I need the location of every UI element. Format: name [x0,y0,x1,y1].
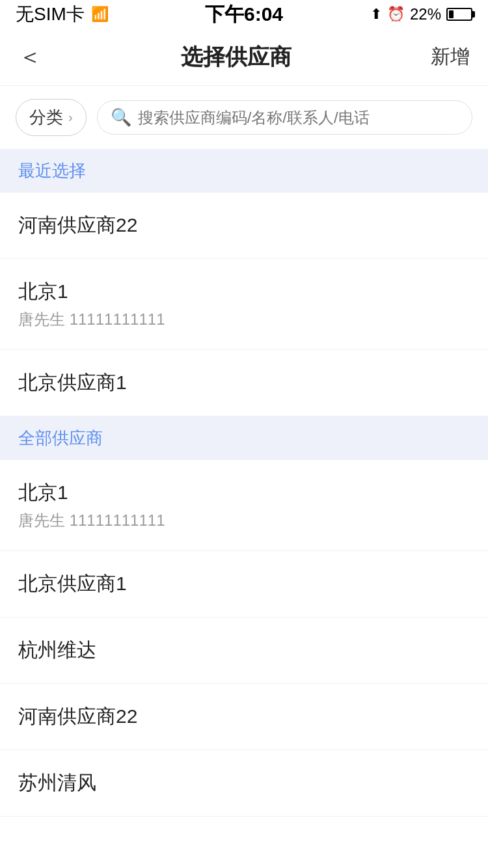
carrier-text: 无SIM卡 [16,2,85,27]
list-item[interactable]: 北京供应商1 [0,551,488,617]
search-input[interactable] [138,109,459,127]
back-button[interactable]: ＜ [18,41,42,73]
alarm-icon: ⏰ [387,6,405,23]
list-item[interactable]: 杭州维达 [0,617,488,684]
item-name: 杭州维达 [18,637,470,664]
item-contact: 唐先生 11111111111 [18,309,470,330]
status-carrier: 无SIM卡 📶 [16,2,109,27]
page-title: 选择供应商 [181,42,291,72]
chevron-right-icon: › [68,110,73,125]
battery-percent: 22% [410,5,441,23]
search-box[interactable]: 🔍 [97,100,472,135]
list-item[interactable]: 苏州清风 [0,750,488,817]
item-contact: 唐先生 11111111111 [18,510,470,531]
wifi-icon: 📶 [91,6,109,23]
status-time: 下午6:04 [205,1,283,28]
search-icon: 🔍 [111,107,131,128]
item-name: 北京供应商1 [18,571,470,597]
all-section-title: 全部供应商 [18,428,103,448]
item-name: 苏州清风 [18,770,470,796]
item-name: 北京供应商1 [18,370,470,396]
item-name: 河南供应商22 [18,212,470,239]
category-label: 分类 [29,106,63,129]
battery-icon [446,8,472,21]
location-icon: ⬆ [370,6,382,23]
nav-bar: ＜ 选择供应商 新增 [0,29,488,86]
item-name: 北京1 [18,278,470,305]
list-item[interactable]: 北京1 唐先生 11111111111 [0,460,488,551]
recent-list: 河南供应商22北京1 唐先生 11111111111北京供应商1 [0,193,488,416]
status-right: ⬆ ⏰ 22% [370,5,472,23]
category-filter[interactable]: 分类 › [16,99,87,136]
list-item[interactable]: 河南供应商22 [0,193,488,259]
list-item[interactable]: 北京1 唐先生 11111111111 [0,259,488,350]
item-name: 河南供应商22 [18,703,470,730]
recent-section-title: 最近选择 [18,161,86,180]
all-section-header: 全部供应商 [0,416,488,460]
status-bar: 无SIM卡 📶 下午6:04 ⬆ ⏰ 22% [0,0,488,29]
list-item[interactable]: 北京供应商1 [0,350,488,416]
filter-bar: 分类 › 🔍 [0,86,488,149]
item-name: 北京1 [18,480,470,506]
all-list: 北京1 唐先生 11111111111北京供应商1杭州维达河南供应商22苏州清风 [0,460,488,817]
add-button[interactable]: 新增 [431,44,470,70]
recent-section-header: 最近选择 [0,149,488,193]
list-item[interactable]: 河南供应商22 [0,684,488,750]
